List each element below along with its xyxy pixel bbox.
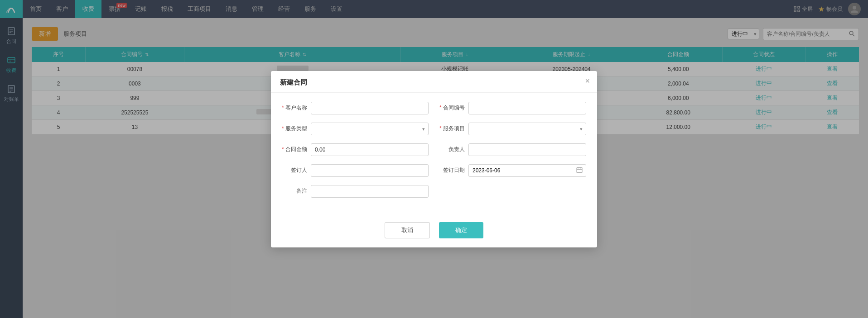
field-customer-name: 客户名称 xyxy=(282,102,429,114)
field-notes: 备注 xyxy=(282,185,429,198)
form-row-2: 服务类型 服务项目 xyxy=(282,123,586,135)
sign-date-input[interactable]: 2023-06-06 xyxy=(468,164,586,177)
modal-header: 新建合同 × xyxy=(271,71,597,93)
service-type-select-wrapper xyxy=(311,123,429,135)
cancel-button[interactable]: 取消 xyxy=(385,222,430,238)
field-service-type: 服务类型 xyxy=(282,123,429,135)
svg-rect-20 xyxy=(577,167,582,172)
confirm-button[interactable]: 确定 xyxy=(439,222,483,238)
service-item-select-wrapper xyxy=(468,123,586,135)
notes-label: 备注 xyxy=(282,187,307,195)
contract-amount-input[interactable]: 0.00 xyxy=(311,143,429,156)
field-contract-amount: 合同金额 0.00 xyxy=(282,143,429,156)
service-type-label: 服务类型 xyxy=(282,125,307,133)
signatory-label: 签订人 xyxy=(282,166,307,174)
contract-no-label: 合同编号 xyxy=(439,104,465,112)
sign-date-label: 签订日期 xyxy=(439,166,465,174)
new-contract-modal: 新建合同 × 客户名称 合同编号 服务类型 xyxy=(271,71,597,247)
modal-overlay: 新建合同 × 客户名称 合同编号 服务类型 xyxy=(0,0,868,318)
notes-input[interactable] xyxy=(311,185,429,198)
modal-body: 客户名称 合同编号 服务类型 xyxy=(271,93,597,215)
field-contract-no: 合同编号 xyxy=(439,102,586,114)
field-signatory: 签订人 xyxy=(282,164,429,177)
modal-close-button[interactable]: × xyxy=(585,76,590,86)
service-item-label: 服务项目 xyxy=(439,125,465,133)
customer-name-label: 客户名称 xyxy=(282,104,307,112)
contract-no-input[interactable] xyxy=(468,102,586,114)
signatory-input[interactable] xyxy=(311,164,429,177)
service-type-select[interactable] xyxy=(311,123,429,135)
sign-date-wrapper: 2023-06-06 xyxy=(468,164,586,177)
form-row-5: 备注 xyxy=(282,185,586,198)
modal-title: 新建合同 xyxy=(280,78,307,86)
calendar-icon xyxy=(576,166,583,174)
service-item-select[interactable] xyxy=(468,123,586,135)
responsible-person-label: 负责人 xyxy=(439,146,465,153)
field-sign-date: 签订日期 2023-06-06 xyxy=(439,164,586,177)
form-row-1: 客户名称 合同编号 xyxy=(282,102,586,114)
modal-footer: 取消 确定 xyxy=(271,215,597,247)
form-row-4: 签订人 签订日期 2023-06-06 xyxy=(282,164,586,177)
field-responsible-person: 负责人 xyxy=(439,143,586,156)
responsible-person-input[interactable] xyxy=(468,143,586,156)
contract-amount-label: 合同金额 xyxy=(282,146,307,153)
customer-name-input[interactable] xyxy=(311,102,429,114)
field-service-item: 服务项目 xyxy=(439,123,586,135)
form-row-3: 合同金额 0.00 负责人 xyxy=(282,143,586,156)
